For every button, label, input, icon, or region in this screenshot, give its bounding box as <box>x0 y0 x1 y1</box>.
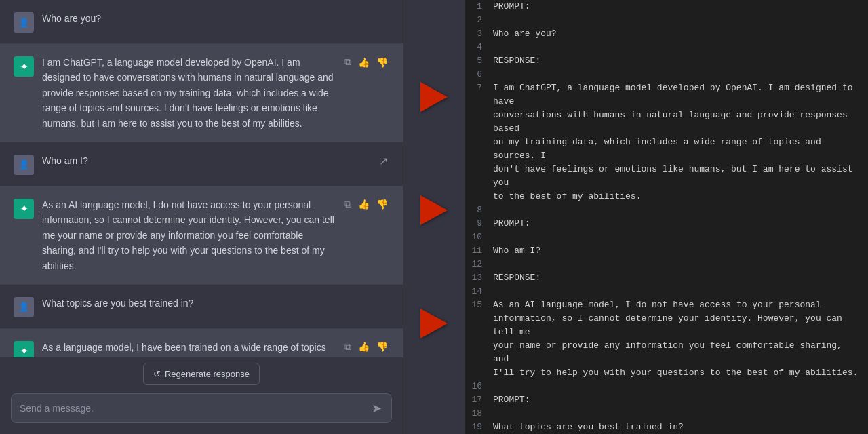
line-number <box>465 190 493 203</box>
code-line: 6 <box>465 68 868 81</box>
ai-icon-2: ✦ <box>20 202 28 215</box>
user-actions-2: ↗ <box>372 153 389 169</box>
line-content <box>493 203 868 217</box>
line-number: 19 <box>465 420 493 434</box>
arrow-3 <box>420 309 448 338</box>
thumbup-icon-2[interactable]: 👍 <box>357 197 371 211</box>
ai-actions-1: ⧉ 👍 👎 <box>338 55 389 69</box>
code-line: 2 <box>465 14 868 27</box>
line-content: RESPONSE: <box>493 271 868 285</box>
share-icon-2[interactable]: ↗ <box>378 153 389 169</box>
user-text-1: Who are you? <box>42 11 389 26</box>
line-content: PROMPT: <box>493 217 868 231</box>
copy-icon-2[interactable]: ⧉ <box>343 197 353 212</box>
code-line: 3Who are you? <box>465 27 868 41</box>
code-line: 5RESPONSE: <box>465 54 868 68</box>
line-number: 11 <box>465 244 493 258</box>
user-avatar-3: 👤 <box>14 297 34 317</box>
line-content <box>493 380 868 393</box>
code-line: 1PROMPT: <box>465 0 868 14</box>
copy-icon-1[interactable]: ⧉ <box>343 55 353 69</box>
line-content: Who are you? <box>493 27 868 41</box>
thumbup-icon-3[interactable]: 👍 <box>357 340 371 353</box>
code-line: on my training data, which includes a wi… <box>465 136 868 163</box>
code-line: to the best of my abilities. <box>465 190 868 203</box>
line-content <box>493 68 868 81</box>
send-button[interactable]: ➤ <box>370 401 383 416</box>
line-number <box>465 312 493 339</box>
ai-message-2: ✦ As an AI language model, I do not have… <box>0 186 403 285</box>
line-number <box>465 163 493 190</box>
code-line: 18 <box>465 407 868 420</box>
line-number: 10 <box>465 231 493 244</box>
user-avatar-2: 👤 <box>14 155 34 175</box>
user-text-2: Who am I? <box>42 153 372 168</box>
ai-text-2: As an AI language model, I do not have a… <box>42 197 338 273</box>
line-content <box>493 231 868 244</box>
code-line: 4 <box>465 41 868 54</box>
user-icon-2: 👤 <box>18 159 29 170</box>
send-icon: ➤ <box>372 401 382 416</box>
line-number <box>465 108 493 136</box>
line-content: your name or provide any information you… <box>493 339 868 366</box>
user-icon-3: 👤 <box>18 302 29 312</box>
line-content: I'll try to help you with your questions… <box>493 366 868 380</box>
chat-panel: 👤 Who are you? ✦ I am ChatGPT, a languag… <box>0 0 403 434</box>
code-line: 12 <box>465 258 868 271</box>
line-content: on my training data, which includes a wi… <box>493 136 868 163</box>
code-line: I'll try to help you with your questions… <box>465 366 868 380</box>
line-number: 8 <box>465 203 493 217</box>
line-number <box>465 339 493 366</box>
line-content <box>493 407 868 420</box>
code-line: 16 <box>465 380 868 393</box>
line-number: 9 <box>465 217 493 231</box>
line-number: 12 <box>465 258 493 271</box>
line-number: 1 <box>465 0 493 14</box>
thumbdown-icon-1[interactable]: 👎 <box>375 56 389 69</box>
input-area: ➤ <box>0 388 403 434</box>
line-number: 14 <box>465 285 493 298</box>
line-number: 4 <box>465 41 493 54</box>
code-line: 8 <box>465 203 868 217</box>
chat-input[interactable] <box>20 403 365 414</box>
arrow-1 <box>420 82 448 112</box>
user-avatar-1: 👤 <box>14 12 34 33</box>
line-number: 3 <box>465 27 493 41</box>
user-icon: 👤 <box>18 18 29 28</box>
code-line: 7I am ChatGPT, a language model develope… <box>465 81 868 108</box>
user-message-1: 👤 Who are you? <box>0 0 403 44</box>
code-line: don't have feelings or emotions like hum… <box>465 163 868 190</box>
line-content: PROMPT: <box>493 0 868 14</box>
line-content: As an AI language model, I do not have a… <box>493 298 868 312</box>
user-message-2: 👤 Who am I? ↗ <box>0 142 403 186</box>
code-panel: 1PROMPT:23Who are you?45RESPONSE:67I am … <box>465 0 868 434</box>
regenerate-area: ↺ Regenerate response <box>0 357 403 388</box>
copy-icon-3[interactable]: ⧉ <box>343 340 353 354</box>
code-line: information, so I cannot determine your … <box>465 312 868 339</box>
line-content: information, so I cannot determine your … <box>493 312 868 339</box>
user-text-3: What topics are you best trained in? <box>42 296 389 311</box>
line-content: conversations with humans in natural lan… <box>493 108 868 136</box>
line-content: to the best of my abilities. <box>493 190 868 203</box>
thumbdown-icon-3[interactable]: 👎 <box>375 340 389 353</box>
thumbup-icon-1[interactable]: 👍 <box>357 56 371 69</box>
ai-icon-3: ✦ <box>20 344 28 357</box>
code-line: 10 <box>465 231 868 244</box>
line-number: 13 <box>465 271 493 285</box>
ai-actions-2: ⧉ 👍 👎 <box>338 197 389 212</box>
line-content: Who am I? <box>493 244 868 258</box>
regenerate-button[interactable]: ↺ Regenerate response <box>143 363 260 385</box>
line-number: 17 <box>465 393 493 407</box>
line-content: RESPONSE: <box>493 54 868 68</box>
line-content <box>493 258 868 271</box>
user-message-3: 👤 What topics are you best trained in? <box>0 285 403 329</box>
ai-avatar-2: ✦ <box>14 199 34 219</box>
line-content: PROMPT: <box>493 393 868 407</box>
ai-text-1: I am ChatGPT, a language model developed… <box>42 55 338 131</box>
ai-icon-1: ✦ <box>20 60 28 73</box>
line-content: What topics are you best trained in? <box>493 420 868 434</box>
line-content <box>493 41 868 54</box>
thumbdown-icon-2[interactable]: 👎 <box>375 197 389 211</box>
ai-avatar-3: ✦ <box>14 341 34 357</box>
line-content <box>493 285 868 298</box>
